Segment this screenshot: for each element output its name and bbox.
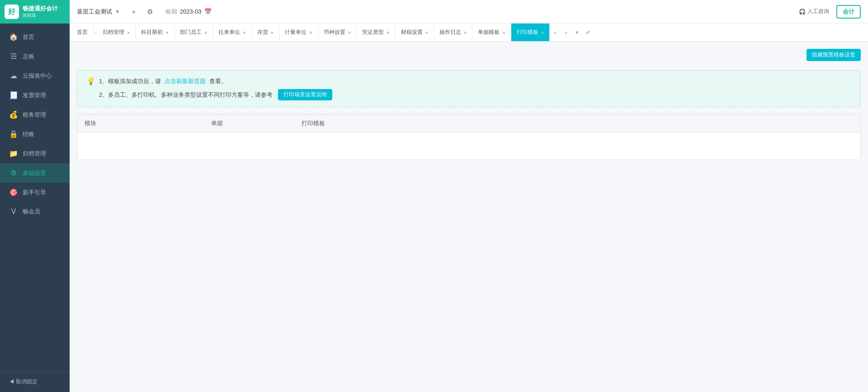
sidebar-item-guide[interactable]: 🎯 新手引导 bbox=[0, 183, 70, 202]
tax-icon: 💰 bbox=[9, 110, 18, 119]
tab-currency[interactable]: 币种设置 × bbox=[318, 24, 357, 42]
help-button[interactable]: 🎧 人工咨询 bbox=[795, 6, 833, 17]
notice-line1-suffix: 查看。 bbox=[209, 77, 227, 85]
sidebar-item-ledger[interactable]: ☰ 总账 bbox=[0, 47, 70, 66]
tab-prev-button[interactable]: ‹ bbox=[550, 24, 561, 42]
sidebar-item-label: 税务管理 bbox=[23, 111, 46, 119]
tab-unit[interactable]: 计量单位 × bbox=[279, 24, 318, 42]
sidebar-item-close[interactable]: 🔒 结账 bbox=[0, 124, 70, 144]
tab-subject-label: 科目期初 bbox=[141, 28, 163, 36]
tab-archive[interactable]: 归档管理 × bbox=[97, 24, 136, 42]
tab-close-icon[interactable]: × bbox=[502, 30, 505, 35]
sidebar-item-member[interactable]: V 畅会员 bbox=[0, 202, 70, 221]
project-name: 基层工会测试 bbox=[77, 8, 112, 16]
tab-home-label: 首页 bbox=[77, 28, 88, 36]
topbar-right: 🎧 人工咨询 会计 bbox=[795, 5, 861, 19]
tab-home[interactable]: 首页 bbox=[71, 24, 94, 42]
cloud-icon: ☁ bbox=[9, 71, 18, 80]
tab-tax-settings-label: 财税设置 bbox=[401, 28, 423, 36]
lock-icon: 🔒 bbox=[9, 130, 18, 138]
guide-icon: 🎯 bbox=[9, 188, 18, 197]
col-module: 模块 bbox=[85, 119, 211, 128]
tab-single-template-label: 单据模板 bbox=[478, 28, 500, 36]
logo-text-group: 畅捷通好会计 旗舰版 bbox=[23, 5, 58, 19]
sidebar-item-reports[interactable]: ☁ 云报表中心 bbox=[0, 66, 70, 85]
home-icon: 🏠 bbox=[9, 33, 18, 41]
tab-operation-log[interactable]: 操作日志 × bbox=[434, 24, 472, 42]
tab-close-all-button[interactable]: × bbox=[571, 24, 582, 42]
toggle-template-button[interactable]: 隐藏预置模板设置 bbox=[807, 49, 861, 61]
tab-subject[interactable]: 科目期初 × bbox=[136, 24, 174, 42]
unpin-button[interactable]: ◀ 取消固定 bbox=[0, 371, 70, 392]
sidebar-item-archive[interactable]: 📁 归档管理 bbox=[0, 144, 70, 163]
sidebar-item-tax[interactable]: 💰 税务管理 bbox=[0, 105, 70, 124]
print-scene-button[interactable]: 打印场景设置说明 bbox=[278, 89, 332, 100]
data-table: 模块 单据 打印模板 bbox=[77, 114, 861, 160]
tab-close-icon[interactable]: × bbox=[425, 30, 428, 35]
unpin-label: ◀ 取消固定 bbox=[9, 378, 38, 386]
tab-separator: ‹ bbox=[94, 29, 97, 36]
sidebar-item-label: 新手引导 bbox=[23, 189, 46, 197]
tab-close-icon[interactable]: × bbox=[387, 30, 389, 35]
tab-unit-label: 计量单位 bbox=[285, 28, 307, 36]
app-name: 畅捷通好会计 bbox=[23, 5, 58, 12]
sidebar-item-basic[interactable]: ⚙ 基础设置 bbox=[0, 163, 70, 183]
tab-archive-label: 归档管理 bbox=[103, 28, 124, 36]
period-label: 账期 bbox=[165, 8, 177, 16]
app-logo: 好 畅捷通好会计 旗舰版 bbox=[0, 0, 70, 24]
tab-print-template-label: 打印模板 bbox=[517, 28, 538, 36]
sidebar-item-label: 结账 bbox=[23, 130, 34, 138]
col-voucher: 单据 bbox=[211, 119, 302, 128]
sidebar-item-label: 归档管理 bbox=[23, 150, 46, 158]
notice-box: 💡 1、模板添加成功后，请 点击刷新新页面 查看。 2、多员工、多打印机、多种业… bbox=[77, 70, 861, 107]
tab-print-template[interactable]: 打印模板 × bbox=[511, 24, 550, 42]
content-header: 隐藏预置模板设置 bbox=[77, 49, 861, 66]
tab-close-icon[interactable]: × bbox=[309, 30, 312, 35]
topbar: 基层工会测试 ▼ + ⚙ 账期 2023-03 📅 🎧 人工咨询 会计 bbox=[70, 0, 868, 24]
tab-close-icon[interactable]: × bbox=[348, 30, 351, 35]
notice-row-1: 💡 1、模板添加成功后，请 点击刷新新页面 查看。 bbox=[86, 77, 851, 85]
tab-expand-button[interactable]: ⤢ bbox=[582, 24, 593, 42]
sidebar-item-home[interactable]: 🏠 首页 bbox=[0, 27, 70, 47]
notice-line1-prefix: 1、模板添加成功后，请 bbox=[99, 77, 161, 85]
kuaiji-button[interactable]: 会计 bbox=[836, 5, 861, 19]
tab-inventory-label: 存货 bbox=[257, 28, 268, 36]
member-icon: V bbox=[9, 208, 18, 216]
tabbar: 首页 ‹ 归档管理 × 科目期初 × 部门员工 × 往来单位 × 存货 × 计量… bbox=[70, 24, 868, 42]
logo-icon: 好 bbox=[5, 5, 19, 19]
tab-close-icon[interactable]: × bbox=[271, 30, 274, 35]
sidebar-item-label: 首页 bbox=[23, 33, 34, 41]
tab-close-icon[interactable]: × bbox=[464, 30, 467, 35]
add-tab-button[interactable]: + bbox=[127, 5, 140, 18]
period-value: 2023-03 bbox=[180, 8, 202, 15]
bulb-icon: 💡 bbox=[86, 77, 95, 85]
calendar-icon[interactable]: 📅 bbox=[204, 8, 212, 15]
topbar-actions: + ⚙ bbox=[127, 5, 156, 18]
tab-close-icon[interactable]: × bbox=[243, 30, 245, 35]
sidebar-nav: 🏠 首页 ☰ 总账 ☁ 云报表中心 🧾 发票管理 💰 税务管理 🔒 结账 📁 归… bbox=[0, 24, 70, 371]
tab-close-icon[interactable]: × bbox=[127, 30, 130, 35]
tab-inventory[interactable]: 存货 × bbox=[252, 24, 279, 42]
tab-close-icon[interactable]: × bbox=[541, 30, 544, 35]
sidebar-item-invoice[interactable]: 🧾 发票管理 bbox=[0, 85, 70, 105]
refresh-link[interactable]: 点击刷新新页面 bbox=[165, 77, 206, 85]
notice-line2-prefix: 2、多员工、多打印机、多种业务类型设置不同打印方案等，请参考 bbox=[99, 91, 273, 99]
sidebar-item-label: 发票管理 bbox=[23, 91, 46, 99]
app-edition: 旗舰版 bbox=[23, 12, 58, 19]
sidebar-item-label: 云报表中心 bbox=[23, 72, 52, 80]
tab-tax-settings[interactable]: 财税设置 × bbox=[396, 24, 434, 42]
tab-department[interactable]: 部门员工 × bbox=[175, 24, 213, 42]
sidebar-item-label: 总账 bbox=[23, 52, 34, 61]
tab-voucher-type[interactable]: 凭证类型 × bbox=[357, 24, 395, 42]
tab-close-icon[interactable]: × bbox=[204, 30, 207, 35]
tab-single-template[interactable]: 单据模板 × bbox=[472, 24, 511, 42]
settings-button[interactable]: ⚙ bbox=[144, 5, 156, 18]
tab-department-label: 部门员工 bbox=[180, 28, 202, 36]
project-selector[interactable]: 基层工会测试 ▼ bbox=[77, 8, 120, 16]
tab-partner[interactable]: 往来单位 × bbox=[213, 24, 251, 42]
tab-close-icon[interactable]: × bbox=[165, 30, 168, 35]
headset-icon: 🎧 bbox=[799, 9, 806, 15]
table-header: 模块 单据 打印模板 bbox=[77, 115, 860, 132]
tab-next-button[interactable]: › bbox=[561, 24, 571, 42]
table-body bbox=[77, 132, 860, 160]
